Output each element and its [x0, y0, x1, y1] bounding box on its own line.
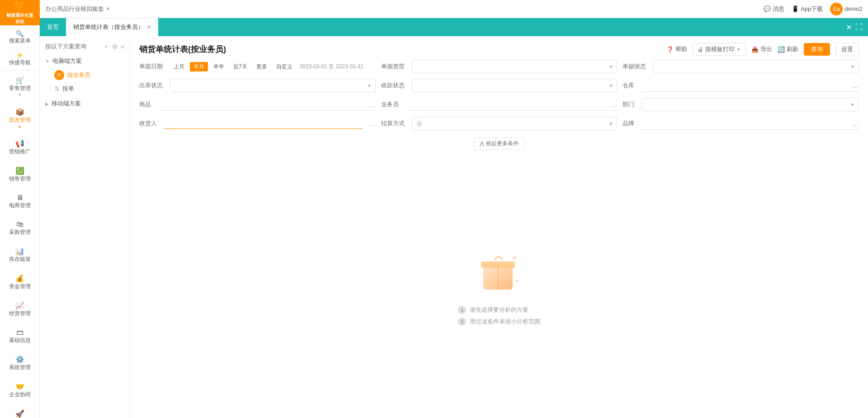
empty-hints: 1 请先选择要分析的方案 2 用过滤条件来缩小分析范围 — [458, 306, 540, 326]
search-menu[interactable]: 🔍 搜索菜单 — [0, 25, 39, 48]
tab-sales-stat[interactable]: 销货单统计表（按业务员） ✕ — [66, 18, 158, 36]
query-btn[interactable]: 查询 — [804, 43, 830, 56]
left-panel: 按以下方案查询 ＋ ⚙ « ▼ 电脑端方案 按 按业务员 ⇅ 按单 — [40, 36, 130, 418]
sidebar-item-label-retail: 零售管理 — [9, 85, 31, 92]
print-label: 按模板打印 — [705, 45, 735, 53]
salesperson-filter-cell: 业务员 … — [381, 99, 618, 111]
doc-status-select[interactable]: ▼ — [653, 60, 859, 73]
consignee-label: 收货人 — [139, 119, 157, 128]
product-filter-cell: 商品 … — [139, 99, 376, 111]
account-name: 办公用品行业模拟账套 — [45, 5, 104, 13]
settlement-clear[interactable]: × — [416, 120, 423, 127]
consignee-input[interactable] — [164, 118, 363, 129]
sidebar-item-sales[interactable]: 💹 销售管理 — [0, 161, 39, 188]
user-menu[interactable]: Ea demo2 — [830, 3, 863, 15]
scheme-by-order-label: 按单 — [62, 85, 74, 93]
print-btn[interactable]: 🖨 按模板打印 ▼ — [693, 43, 746, 56]
brand-dots[interactable]: … — [852, 119, 859, 128]
collapse-panel-btn[interactable]: « — [121, 43, 124, 50]
sales-icon: 💹 — [15, 166, 24, 175]
sidebar-item-purchase[interactable]: 🛍 采购管理 — [0, 215, 39, 242]
out-status-select[interactable]: ▼ — [170, 79, 376, 92]
filter-area: 单据日期 上月 本月 本年 近7天 更多 自定义 2023-03-01 至 20… — [130, 60, 868, 157]
sidebar-item-retail[interactable]: 🛒 零售管理 ▼ — [0, 71, 39, 102]
sidebar-item-label-wholesale: 批发管理 — [9, 116, 31, 124]
help-btn[interactable]: ❓ 帮助 — [666, 45, 687, 53]
close-tab-icon[interactable]: ✕ — [846, 23, 852, 32]
maximize-icon[interactable]: ⛶ — [855, 23, 863, 31]
scheme-by-salesperson[interactable]: 按 按业务员 — [49, 68, 130, 82]
product-dots[interactable]: … — [368, 100, 376, 109]
app-download-btn[interactable]: 📱 App下载 — [792, 5, 823, 13]
wholesale-icon: 📦 — [15, 108, 24, 116]
settings-scheme-btn[interactable]: ⚙ — [112, 43, 118, 50]
date-tab-this-month[interactable]: 本月 — [190, 62, 208, 71]
logo-sub: 标版 — [15, 19, 24, 25]
warehouse-dots[interactable]: … — [852, 81, 859, 90]
sidebar-item-wholesale[interactable]: 📦 批发管理 ▲ — [0, 102, 39, 134]
collapse-label: 收起更多条件 — [486, 140, 519, 147]
date-tab-7days[interactable]: 近7天 — [230, 62, 251, 71]
user-avatar: Ea — [830, 3, 843, 15]
export-btn[interactable]: 📤 导出 — [751, 45, 772, 53]
tabbar-actions: ✕ ⛶ — [846, 23, 868, 32]
sidebar-item-system[interactable]: ⚙️ 系统管理 — [0, 350, 39, 377]
sidebar-item-label-basic: 基础信息 — [9, 337, 31, 344]
enterprise-icon: 🤝 — [15, 382, 24, 391]
sidebar: 🧡 畅捷通好生意 标版 🔍 搜索菜单 ⚡ 快捷导航 🛒 零售管理 ▼ 📦 批发管… — [0, 0, 40, 418]
date-tab-more[interactable]: 更多 — [253, 62, 271, 71]
collapse-btn[interactable]: ⋀ 收起更多条件 — [474, 138, 524, 150]
date-tab-this-year[interactable]: 本年 — [210, 62, 228, 71]
salesperson-dots[interactable]: … — [610, 100, 617, 109]
sidebar-item-marketing[interactable]: 📢 营销推广 — [0, 134, 39, 161]
svg-point-5 — [516, 280, 519, 282]
refresh-btn[interactable]: 🔄 刷新 — [778, 45, 798, 53]
salesperson-input-wrapper: … — [406, 99, 618, 111]
basic-icon: 🗃 — [16, 328, 24, 337]
sidebar-item-newuser[interactable]: 🚀 新手引导 — [0, 404, 39, 418]
tree-mobile[interactable]: ▶ 移动端方案 — [40, 97, 130, 110]
sidebar-item-basic[interactable]: 🗃 基础信息 — [0, 323, 39, 350]
left-panel-header: 按以下方案查询 ＋ ⚙ « — [40, 41, 130, 54]
quick-nav[interactable]: ⚡ 快捷导航 — [0, 48, 39, 71]
print-dropdown-arrow: ▼ — [736, 47, 741, 52]
brand-input-wrapper: … — [642, 118, 859, 130]
add-scheme-btn[interactable]: ＋ — [103, 43, 109, 51]
doc-type-select[interactable]: ▼ — [412, 60, 618, 73]
inventory-icon: 📊 — [15, 247, 24, 256]
date-tabs-group: 上月 本月 本年 近7天 更多 自定义 — [170, 62, 296, 71]
sidebar-item-label-enterprise: 企业协同 — [9, 391, 31, 399]
scheme-by-salesperson-label: 按业务员 — [67, 71, 90, 79]
date-tab-custom[interactable]: 自定义 — [273, 62, 296, 71]
warehouse-label: 仓库 — [623, 81, 634, 90]
date-tab-last-month[interactable]: 上月 — [170, 62, 188, 71]
payment-status-filter-cell: 收款状态 ▼ — [381, 79, 618, 92]
payment-status-select[interactable]: ▼ — [412, 79, 618, 92]
account-dropdown[interactable]: 办公用品行业模拟账套 ▼ — [45, 5, 110, 13]
sidebar-item-operations[interactable]: 📈 经营管理 — [0, 296, 39, 323]
account-dropdown-arrow: ▼ — [106, 6, 110, 11]
header-actions: ❓ 帮助 🖨 按模板打印 ▼ 📤 导出 🔄 刷新 — [666, 43, 859, 56]
sidebar-item-finance[interactable]: 💰 资金管理 — [0, 269, 39, 296]
tab-close-icon[interactable]: ✕ — [146, 24, 151, 30]
consignee-dots[interactable]: … — [368, 119, 376, 128]
department-label: 部门 — [623, 100, 634, 109]
department-select[interactable]: ▼ — [642, 98, 859, 111]
sidebar-item-inventory[interactable]: 📊 库存核算 — [0, 242, 39, 269]
scheme-by-order[interactable]: ⇅ 按单 — [49, 82, 130, 95]
sort-icon: ⇅ — [54, 85, 60, 92]
settings-btn[interactable]: 设置 — [835, 43, 859, 56]
doc-status-label: 单据状态 — [623, 62, 646, 71]
system-icon: ⚙️ — [15, 355, 24, 364]
tree-desktop-label: 电脑端方案 — [52, 57, 82, 65]
sidebar-item-label-system: 系统管理 — [9, 364, 31, 371]
sidebar-item-ecom[interactable]: 🖥 电商管理 — [0, 188, 39, 215]
settlement-select[interactable]: × ▼ — [412, 117, 618, 130]
tab-home[interactable]: 首页 — [40, 18, 66, 36]
tree-desktop[interactable]: ▼ 电脑端方案 — [40, 54, 130, 68]
message-btn[interactable]: 💬 消息 — [764, 5, 784, 13]
sidebar-item-enterprise[interactable]: 🤝 企业协同 — [0, 377, 39, 404]
page-title: 销货单统计表(按业务员) — [139, 44, 226, 55]
retail-icon: 🛒 — [15, 76, 24, 85]
search-menu-label: 搜索菜单 — [9, 38, 31, 44]
